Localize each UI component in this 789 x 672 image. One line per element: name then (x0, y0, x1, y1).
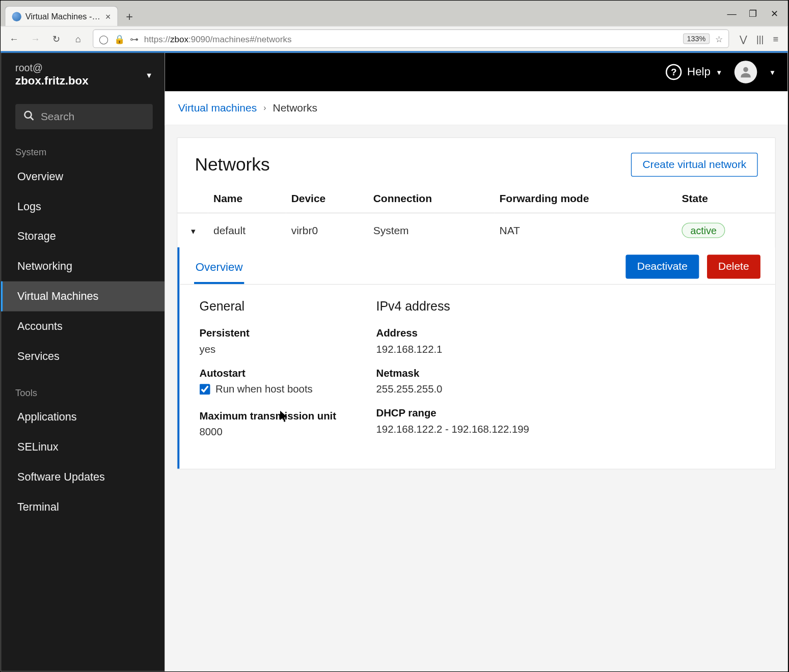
sidebar-item-services[interactable]: Services (1, 341, 165, 371)
library-icon[interactable]: ||| (756, 33, 764, 44)
sidebar-section-tools: Tools (1, 381, 165, 402)
tab-title: Virtual Machines - root@ (25, 12, 101, 21)
browser-window: Virtual Machines - root@ × + — ❐ ✕ ← → ↻… (0, 0, 788, 672)
url-bar[interactable]: ◯ 🔒 ⊶ https://zbox:9090/machines#/networ… (93, 30, 729, 48)
sidebar-item-accounts[interactable]: Accounts (1, 312, 165, 342)
shield-icon[interactable]: ◯ (99, 34, 109, 44)
sidebar-item-terminal[interactable]: Terminal (1, 492, 165, 522)
col-forwarding: Forwarding mode (494, 185, 676, 213)
col-device: Device (286, 185, 368, 213)
zoom-badge[interactable]: 133% (683, 33, 710, 44)
pocket-icon[interactable]: ⋁ (740, 33, 747, 44)
create-network-button[interactable]: Create virtual network (631, 153, 757, 177)
sidebar-item-selinux[interactable]: SELinux (1, 432, 165, 462)
delete-button[interactable]: Delete (707, 255, 760, 278)
persistent-label: Persistent (200, 327, 336, 340)
tab-close-icon[interactable]: × (105, 11, 111, 22)
chevron-down-icon: ▼ (716, 68, 722, 75)
mtu-value: 8000 (200, 426, 336, 438)
breadcrumb-current: Networks (273, 102, 317, 114)
sidebar-host-text: root@ zbox.fritz.box (15, 62, 88, 88)
page-title: Networks (195, 154, 269, 175)
col-name: Name (208, 185, 286, 213)
window-minimize-icon[interactable]: — (726, 8, 737, 19)
sidebar-user: root@ (15, 62, 88, 73)
autostart-checkbox[interactable]: Run when host boots (200, 383, 336, 396)
col-expand (177, 185, 208, 213)
sidebar-section-system: System (1, 140, 165, 161)
search-icon (23, 110, 34, 123)
tab-overview[interactable]: Overview (194, 254, 244, 284)
help-label: Help (687, 65, 711, 78)
browser-nav-toolbar: ← → ↻ ⌂ ◯ 🔒 ⊶ https://zbox:9090/machines… (1, 26, 787, 51)
sidebar-item-logs[interactable]: Logs (1, 191, 165, 221)
ipv4-column: IPv4 address Address 192.168.122.1 Netma… (376, 299, 529, 450)
key-icon[interactable]: ⊶ (130, 34, 139, 44)
chevron-down-icon[interactable]: ▼ (769, 68, 776, 75)
browser-tab[interactable]: Virtual Machines - root@ × (5, 6, 118, 26)
state-badge: active (682, 222, 725, 238)
app-topbar: ? Help ▼ ▼ (165, 52, 787, 91)
col-connection: Connection (368, 185, 494, 213)
chevron-right-icon: › (263, 103, 266, 113)
sidebar-item-applications[interactable]: Applications (1, 402, 165, 432)
sidebar-item-software-updates[interactable]: Software Updates (1, 462, 165, 492)
general-column: General Persistent yes Autostart (200, 299, 336, 450)
sidebar-item-storage[interactable]: Storage (1, 221, 165, 251)
autostart-input[interactable] (200, 384, 210, 395)
user-avatar[interactable] (734, 61, 757, 83)
table-row[interactable]: ▾ default virbr0 System NAT active (177, 213, 775, 247)
dhcp-value: 192.168.122.2 - 192.168.122.199 (376, 424, 529, 436)
toolbar-right-icons: ⋁ ||| ≡ (737, 33, 781, 44)
sidebar-item-virtual-machines[interactable]: Virtual Machines (1, 282, 165, 312)
address-value: 192.168.122.1 (376, 343, 529, 355)
sidebar-item-overview[interactable]: Overview (1, 161, 165, 191)
sidebar-search[interactable]: Search (15, 104, 153, 129)
nav-reload-icon[interactable]: ↻ (50, 33, 63, 44)
cell-forwarding: NAT (494, 213, 676, 247)
app-viewport: root@ zbox.fritz.box ▼ Search System Ove… (1, 51, 787, 671)
col-state: State (676, 185, 775, 213)
main-area: ? Help ▼ ▼ Virtual machines › Networks N… (165, 52, 787, 671)
sidebar-hostname: zbox.fritz.box (15, 75, 88, 88)
cell-name: default (208, 213, 286, 247)
netmask-value: 255.255.255.0 (376, 383, 529, 396)
url-scheme: https:// (144, 34, 170, 44)
browser-titlebar: Virtual Machines - root@ × + — ❐ ✕ (1, 1, 787, 26)
window-close-icon[interactable]: ✕ (769, 8, 780, 19)
mtu-label: Maximum transmission unit (200, 410, 336, 422)
url-host: zbox (170, 34, 188, 44)
dhcp-label: DHCP range (376, 407, 529, 419)
lock-icon[interactable]: 🔒 (114, 34, 125, 44)
netmask-label: Netmask (376, 368, 529, 380)
new-tab-button[interactable]: + (121, 8, 138, 25)
hamburger-menu-icon[interactable]: ≡ (773, 33, 779, 44)
help-icon: ? (666, 64, 682, 80)
detail-body: General Persistent yes Autostart (179, 285, 775, 468)
search-placeholder: Search (41, 110, 74, 123)
svg-point-0 (24, 111, 31, 118)
url-text[interactable]: https://zbox:9090/machines#/networks (144, 34, 677, 44)
deactivate-button[interactable]: Deactivate (626, 255, 699, 278)
table-detail-row: Overview Deactivate Delete (177, 247, 775, 469)
address-label: Address (376, 327, 529, 340)
sidebar: root@ zbox.fritz.box ▼ Search System Ove… (1, 52, 165, 671)
window-controls: — ❐ ✕ (726, 1, 784, 26)
detail-actions: Deactivate Delete (626, 255, 760, 284)
detail-panel: Overview Deactivate Delete (177, 247, 775, 469)
sidebar-host-selector[interactable]: root@ zbox.fritz.box ▼ (1, 52, 165, 97)
url-path: :9090/machines#/networks (188, 34, 292, 44)
nav-back-icon[interactable]: ← (7, 33, 20, 44)
window-maximize-icon[interactable]: ❐ (748, 8, 758, 19)
persistent-value: yes (200, 343, 336, 355)
sidebar-item-networking[interactable]: Networking (1, 251, 165, 282)
autostart-label: Autostart (200, 368, 336, 380)
networks-card: Networks Create virtual network Name Dev… (177, 137, 776, 469)
expand-toggle-icon[interactable]: ▾ (191, 226, 196, 236)
help-button[interactable]: ? Help ▼ (666, 64, 722, 80)
bookmark-star-icon[interactable]: ☆ (715, 34, 723, 44)
card-header: Networks Create virtual network (177, 138, 775, 185)
breadcrumb-parent[interactable]: Virtual machines (178, 102, 257, 114)
nav-home-icon[interactable]: ⌂ (71, 33, 85, 44)
chevron-down-icon: ▼ (146, 71, 153, 79)
